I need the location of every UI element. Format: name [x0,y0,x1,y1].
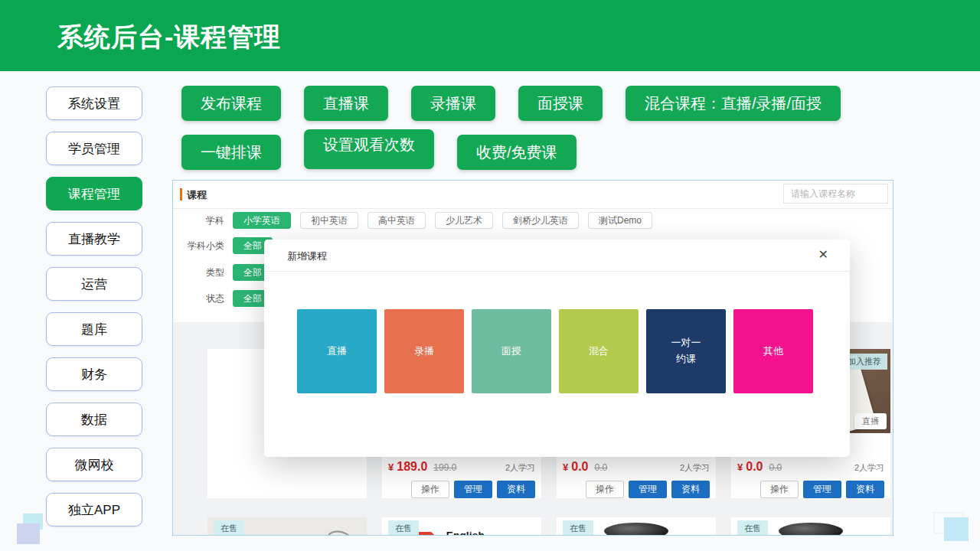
set-view-count-button[interactable]: 设置观看次数 [304,129,434,169]
publish-course-button[interactable]: 发布课程 [181,86,281,121]
sidebar-item-live-teaching[interactable]: 直播教学 [46,222,142,256]
type-card-mixed[interactable]: 混合 [559,309,639,393]
panel-divider [173,208,893,209]
sidebar-item-operations[interactable]: 运营 [46,267,142,301]
doodle-graphic [325,528,354,536]
recorded-course-button[interactable]: 录播课 [411,86,495,121]
sidebar-item-finance[interactable]: 财务 [46,357,142,391]
type-card-in-person[interactable]: 面授 [472,309,551,393]
manage-button[interactable]: 管理 [803,481,841,498]
materials-button[interactable]: 资料 [671,481,710,498]
on-sale-badge: 在售 [388,520,419,536]
course-price: 0.0 [571,460,588,474]
sidebar-item-micro-school[interactable]: 微网校 [46,448,142,481]
currency-symbol: ¥ [563,461,568,473]
type-card-one-on-one[interactable]: 一对一 约课 [646,309,726,393]
filter-label: 类型 [173,264,224,281]
panel-accent-bar [180,188,182,201]
sidebar-item-data[interactable]: 数据 [46,403,142,436]
student-count: 2人学习 [505,462,535,474]
sidebar-item-question-bank[interactable]: 题库 [46,312,142,346]
sidebar: 系统设置 学员管理 课程管理 直播教学 运营 题库 财务 数据 微网校 独立AP… [46,86,142,538]
operate-button[interactable]: 操作 [760,481,799,498]
decor-square [944,517,969,541]
course-old-price: 0.0 [594,462,607,473]
currency-symbol: ¥ [737,461,743,473]
filter-tag-cambridge-english[interactable]: 剑桥少儿英语 [502,212,579,229]
materials-button[interactable]: 资料 [846,481,884,498]
sidebar-item-course-management[interactable]: 课程管理 [46,177,142,210]
type-card-recorded[interactable]: 录播 [384,309,464,393]
live-type-tag: 直播 [854,413,887,429]
mixed-course-button[interactable]: 混合课程：直播/录播/面授 [626,86,841,121]
paid-free-course-button[interactable]: 收费/免费课 [457,135,577,170]
course-card[interactable]: 在售 [731,517,890,536]
course-old-price: 199.0 [433,462,456,473]
filter-row-type: 类型 全部 [173,264,273,281]
filter-tag-test-demo[interactable]: 测试Demo [588,212,652,229]
course-card[interactable]: 在售 [207,517,367,536]
live-course-button[interactable]: 直播课 [304,86,388,121]
course-card[interactable]: 在售 [557,517,716,536]
manage-button[interactable]: 管理 [454,481,492,498]
close-icon[interactable]: ✕ [818,247,828,262]
student-count: 2人学习 [680,462,710,474]
page-header: 系统后台-课程管理 [0,0,980,71]
currency-symbol: ¥ [388,461,394,473]
one-click-scheduling-button[interactable]: 一键排课 [181,135,281,170]
operate-button[interactable]: 操作 [411,481,449,498]
type-card-other[interactable]: 其他 [733,309,813,393]
filter-tag-children-art[interactable]: 少儿艺术 [435,212,493,229]
filter-label: 学科小类 [173,237,224,254]
student-count: 2人学习 [854,462,884,474]
on-sale-badge: 在售 [563,520,593,536]
modal-title: 新增课程 [287,249,327,263]
add-course-modal: 新增课程 ✕ 直播 录播 面授 混合 一对一 约课 其他 [264,240,850,457]
app-window: 系统后台-课程管理 系统设置 学员管理 课程管理 直播教学 运营 题库 财务 数… [0,0,980,551]
lens-photo [608,530,665,536]
course-price: 189.0 [397,460,427,474]
modal-divider [264,271,850,272]
page-title: 系统后台-课程管理 [57,20,281,55]
cambridge-logo-text: English Qualifications [446,530,541,536]
in-person-course-button[interactable]: 面授课 [518,86,603,121]
filter-tag-junior-english[interactable]: 初中英语 [300,212,358,229]
course-search-input[interactable] [783,184,888,204]
materials-button[interactable]: 资料 [497,481,535,498]
filter-row-subject: 学科 小学英语 初中英语 高中英语 少儿艺术 剑桥少儿英语 测试Demo [173,212,652,229]
operate-button[interactable]: 操作 [586,481,624,498]
sidebar-item-student-management[interactable]: 学员管理 [46,132,142,165]
decor-square [17,523,40,544]
course-old-price: 0.0 [769,462,782,473]
sidebar-item-standalone-app[interactable]: 独立APP [46,493,142,527]
panel-title: 课程 [187,188,207,202]
course-price: 0.0 [746,460,763,474]
lens-photo [782,530,839,536]
quick-buttons-row2: 一键排课 设置观看次数 收费/免费课 [181,135,577,170]
manage-button[interactable]: 管理 [629,481,667,498]
filter-label: 状态 [173,290,224,307]
on-sale-badge: 在售 [737,520,768,536]
type-card-live[interactable]: 直播 [297,309,377,393]
filter-row-status: 状态 全部 [173,290,273,307]
course-type-list: 直播 录播 面授 混合 一对一 约课 其他 [297,309,813,393]
sidebar-item-system-settings[interactable]: 系统设置 [46,86,142,120]
quick-buttons-row1: 发布课程 直播课 录播课 面授课 混合课程：直播/录播/面授 [181,86,841,121]
filter-tag-primary-english[interactable]: 小学英语 [233,212,291,229]
filter-tag-senior-english[interactable]: 高中英语 [368,212,426,229]
on-sale-badge: 在售 [214,520,244,536]
course-card[interactable]: 在售 bridge English Qualifications [382,517,541,536]
filter-label: 学科 [173,212,224,229]
filter-row-subcategory: 学科小类 全部 [173,237,273,254]
